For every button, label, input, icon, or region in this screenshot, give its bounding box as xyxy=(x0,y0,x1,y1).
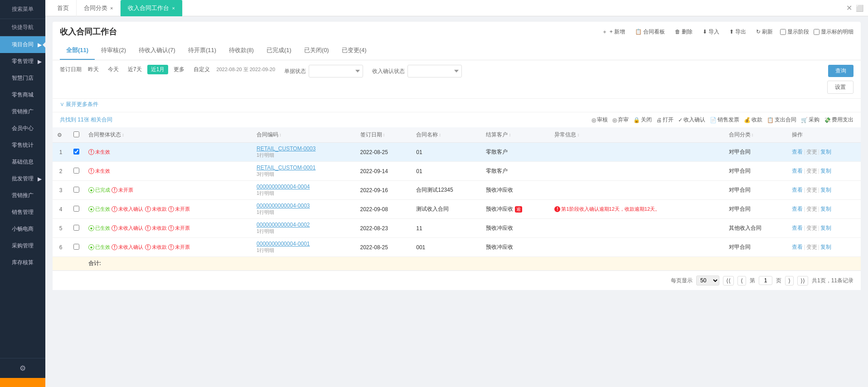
sidebar-search[interactable]: 搜索菜单 xyxy=(0,0,45,19)
expense-action[interactable]: 💸 费用支出 xyxy=(824,116,853,124)
tab-contract-category[interactable]: 合同分类 × xyxy=(77,0,121,16)
view-link[interactable]: 查看 xyxy=(792,168,803,174)
contract-code-link[interactable]: RETAIL_CUSTOM-0001 xyxy=(257,164,315,171)
next-page-button[interactable]: ⟩ xyxy=(785,276,794,285)
contract-code-link[interactable]: 0000000000004-0004 xyxy=(257,184,310,190)
row-checkbox[interactable] xyxy=(73,206,79,212)
query-button[interactable]: 查询 xyxy=(828,65,853,77)
close-action[interactable]: 🔒 关闭 xyxy=(633,116,652,124)
change-link[interactable]: 变更 xyxy=(806,244,817,250)
view-link[interactable]: 查看 xyxy=(792,225,803,231)
sidebar-item-retailstat[interactable]: 零售统计 xyxy=(0,137,45,154)
view-link[interactable]: 查看 xyxy=(792,206,803,212)
first-page-button[interactable]: ⟨⟨ xyxy=(723,276,734,285)
filter-tab-pending-payment[interactable]: 待收款(8) xyxy=(223,42,260,60)
date-btn-custom[interactable]: 自定义 xyxy=(190,65,213,74)
contract-board-button[interactable]: 📋 合同看板 xyxy=(632,27,668,37)
copy-link[interactable]: 复制 xyxy=(820,244,831,250)
change-link[interactable]: 变更 xyxy=(806,149,817,155)
settings-icon[interactable]: ⚙ xyxy=(0,358,45,378)
date-btn-yesterday[interactable]: 昨天 xyxy=(84,65,102,74)
contract-code-link[interactable]: 0000000000004-0002 xyxy=(257,222,310,228)
change-link[interactable]: 变更 xyxy=(806,206,817,212)
refresh-button[interactable]: ↻ 刷新 xyxy=(753,27,776,37)
row-checkbox[interactable] xyxy=(73,187,79,193)
purchase-action[interactable]: 🛒 采购 xyxy=(801,116,820,124)
date-btn-more[interactable]: 更多 xyxy=(170,65,188,74)
income-confirm-select[interactable] xyxy=(407,65,462,77)
page-number-input[interactable] xyxy=(759,276,772,285)
view-link[interactable]: 查看 xyxy=(792,187,803,193)
abandon-action[interactable]: ◎ 弃审 xyxy=(612,116,629,124)
contract-code-link[interactable]: 0000000000004-0001 xyxy=(257,241,310,247)
date-btn-7days[interactable]: 近7天 xyxy=(124,65,145,74)
filter-tab-changed[interactable]: 已变更(4) xyxy=(335,42,373,60)
filter-tab-pending-audit[interactable]: 待审核(2) xyxy=(95,42,132,60)
sidebar-item-retail[interactable]: 零售管理 ▶ xyxy=(0,53,45,70)
close-tab-icon[interactable]: × xyxy=(110,5,113,11)
sidebar-item-project[interactable]: 项目合同 ▶ xyxy=(0,36,45,53)
filter-tabs: 全部(11) 待审核(2) 待收入确认(7) 待开票(11) 待收款(8) 已完… xyxy=(53,42,861,60)
set-button[interactable]: 设置 xyxy=(827,81,853,94)
select-all-checkbox[interactable] xyxy=(73,131,79,137)
out-contract-action[interactable]: 📋 支出合同 xyxy=(767,116,796,124)
contract-code-link[interactable]: RETAIL_CUSTOM-0003 xyxy=(257,145,315,152)
col-actions: 操作 xyxy=(787,127,861,143)
import-button[interactable]: ⬇ 导入 xyxy=(700,27,722,37)
row-checkbox[interactable] xyxy=(73,168,79,174)
print-action[interactable]: 🖨 打开 xyxy=(656,116,674,124)
income-confirm-action[interactable]: ✓ 收入确认 xyxy=(678,116,705,124)
window-maximize-icon[interactable]: ⬜ xyxy=(856,5,863,12)
sidebar-quick-nav[interactable]: 快捷导航 xyxy=(0,19,45,36)
sidebar-item-sales[interactable]: 销售管理 xyxy=(0,204,45,221)
sidebar-item-smartstore[interactable]: 智慧门店 xyxy=(0,70,45,87)
doc-status-select[interactable] xyxy=(309,65,363,77)
expand-filter-button[interactable]: ∨ 展开更多条件 xyxy=(60,100,98,108)
change-link[interactable]: 变更 xyxy=(806,168,817,174)
sidebar-item-baseinfo[interactable]: 基础信息 xyxy=(0,154,45,170)
copy-link[interactable]: 复制 xyxy=(820,206,831,212)
collection-action[interactable]: 💰 收款 xyxy=(744,116,762,124)
view-link[interactable]: 查看 xyxy=(792,149,803,155)
tab-home[interactable]: 首页 xyxy=(50,0,77,16)
filter-tab-pending-confirm[interactable]: 待收入确认(7) xyxy=(132,42,182,60)
change-link[interactable]: 变更 xyxy=(806,225,817,231)
show-segment-checkbox[interactable]: 显示阶段 xyxy=(780,28,809,36)
sidebar-item-marketing2[interactable]: 营销推广 xyxy=(0,187,45,204)
show-detail-checkbox[interactable]: 显示标的明细 xyxy=(814,28,853,36)
view-link[interactable]: 查看 xyxy=(792,244,803,250)
sidebar-item-ecommerce[interactable]: 小畅电商 xyxy=(0,221,45,237)
export-button[interactable]: ⬆ 导出 xyxy=(727,27,749,37)
window-close-icon[interactable]: ✕ xyxy=(846,4,852,12)
prev-page-button[interactable]: ⟨ xyxy=(737,276,746,285)
close-tab-icon[interactable]: × xyxy=(172,5,175,11)
copy-link[interactable]: 复制 xyxy=(820,168,831,174)
page-size-select[interactable]: 50 10 20 100 xyxy=(696,276,719,285)
sidebar-item-marketing[interactable]: 营销推广 xyxy=(0,103,45,120)
row-checkbox[interactable] xyxy=(73,244,79,250)
sidebar-item-purchase[interactable]: 采购管理 xyxy=(0,237,45,254)
date-btn-1month[interactable]: 近1月 xyxy=(147,65,169,74)
copy-link[interactable]: 复制 xyxy=(820,149,831,155)
add-button[interactable]: ＋ + 新增 xyxy=(599,27,628,37)
date-btn-today[interactable]: 今天 xyxy=(104,65,122,74)
sidebar-item-retailmall[interactable]: 零售商城 xyxy=(0,87,45,103)
audit-action[interactable]: ◎ 审核 xyxy=(592,116,608,124)
delete-button[interactable]: 🗑 删除 xyxy=(672,27,695,37)
copy-link[interactable]: 复制 xyxy=(820,225,831,231)
change-link[interactable]: 变更 xyxy=(806,187,817,193)
sidebar-item-member[interactable]: 会员中心 xyxy=(0,120,45,137)
row-checkbox[interactable] xyxy=(73,225,79,231)
tab-income-contract[interactable]: 收入合同工作台 × xyxy=(121,0,182,16)
filter-tab-completed[interactable]: 已完成(1) xyxy=(260,42,298,60)
sidebar-item-inventory[interactable]: 库存核算 xyxy=(0,254,45,271)
filter-tab-pending-invoice[interactable]: 待开票(11) xyxy=(182,42,223,60)
sales-invoice-action[interactable]: 📄 销售发票 xyxy=(710,116,739,124)
row-checkbox[interactable] xyxy=(73,149,79,155)
filter-tab-closed[interactable]: 已关闭(0) xyxy=(298,42,335,60)
filter-tab-all[interactable]: 全部(11) xyxy=(60,42,95,60)
last-page-button[interactable]: ⟩⟩ xyxy=(797,276,808,285)
sidebar-item-wholesale[interactable]: 批发管理 ▶ xyxy=(0,170,45,187)
contract-code-link[interactable]: 0000000000004-0003 xyxy=(257,203,310,209)
copy-link[interactable]: 复制 xyxy=(820,187,831,193)
